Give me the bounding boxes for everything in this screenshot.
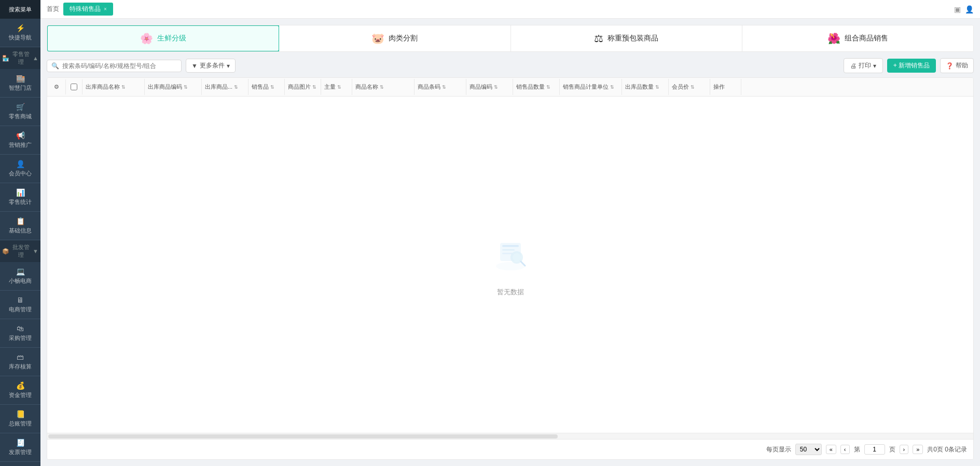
retail-stats-icon: 📊 xyxy=(16,188,25,197)
th-sales-qty: 销售品数量 ⇅ xyxy=(513,79,560,95)
page-suffix: 页 xyxy=(889,445,895,454)
sort-icon[interactable]: ⇅ xyxy=(610,85,614,90)
sidebar-item-ecommerce-mgmt[interactable]: 🖥 电商管理 xyxy=(0,291,40,319)
th-barcode: 商品条码 ⇅ xyxy=(415,79,466,95)
sort-icon[interactable]: ⇅ xyxy=(312,85,316,90)
settings-col-icon: ⚙ xyxy=(54,84,59,90)
th-label: 主量 xyxy=(324,83,336,91)
sidebar-section-wholesale[interactable]: 📦 批发管理 ▼ xyxy=(0,240,40,262)
add-product-button[interactable]: + 新增销售品 xyxy=(887,59,936,73)
sort-icon[interactable]: ⇅ xyxy=(121,85,126,90)
search-input[interactable] xyxy=(62,62,177,70)
th-outbound-name: 出库商品名称 ⇅ xyxy=(82,79,145,95)
th-settings[interactable]: ⚙ xyxy=(47,79,66,94)
sort-icon[interactable]: ⇅ xyxy=(234,85,238,90)
th-label: 销售品数量 xyxy=(516,83,545,91)
search-icon: 🔍 xyxy=(51,62,59,70)
sidebar-item-tax[interactable]: 📑 税务管理 xyxy=(0,462,40,466)
wholesale-icon: 📦 xyxy=(2,248,9,255)
sort-icon[interactable]: ⇅ xyxy=(380,85,384,90)
sidebar-item-smart-store[interactable]: 🏬 智慧门店 xyxy=(0,69,40,98)
last-page-button[interactable]: » xyxy=(913,445,923,454)
page-label: 第 xyxy=(854,445,860,454)
tab-label: 特殊销售品 xyxy=(70,5,101,13)
topbar-right: ▣ 👤 xyxy=(954,5,974,13)
sidebar-item-quick-nav[interactable]: ⚡ 快捷导航 xyxy=(0,19,40,47)
sort-icon[interactable]: ⇅ xyxy=(270,85,274,90)
print-button[interactable]: 🖨 打印 ▾ xyxy=(844,58,883,73)
total-info: 共0页 0条记录 xyxy=(927,445,967,454)
sidebar-item-invoice[interactable]: 🧾 发票管理 xyxy=(0,433,40,462)
sidebar-item-marketing[interactable]: 📢 营销推广 xyxy=(0,126,40,155)
horizontal-scrollbar[interactable] xyxy=(47,433,973,439)
finance-icon: 💰 xyxy=(16,381,25,390)
first-page-button[interactable]: « xyxy=(826,445,836,454)
sidebar-item-purchase[interactable]: 🛍 采购管理 xyxy=(0,319,40,348)
filter-icon: ▼ xyxy=(191,62,198,70)
basic-info-icon: 📋 xyxy=(16,217,25,225)
invoice-icon: 🧾 xyxy=(16,438,25,447)
sort-icon[interactable]: ⇅ xyxy=(494,85,498,90)
sidebar-item-retail-stats[interactable]: 📊 零售统计 xyxy=(0,183,40,212)
th-checkbox[interactable] xyxy=(66,79,82,94)
sort-icon[interactable]: ⇅ xyxy=(337,85,341,90)
main-content: 首页 特殊销售品 × ▣ 👤 🌸 生鲜分级 🐷 肉类分割 ⚖ 称重预包装商品 xyxy=(40,0,980,466)
sidebar-item-basic-info[interactable]: 📋 基础信息 xyxy=(0,212,40,240)
topbar-user-icon[interactable]: 👤 xyxy=(965,5,974,13)
th-member-price: 会员价 ⇅ xyxy=(669,79,710,95)
weigh-label: 称重预包装商品 xyxy=(608,34,658,43)
topbar-toggle-icon[interactable]: ▣ xyxy=(954,5,961,13)
sidebar-item-retail-mall[interactable]: 🛒 零售商城 xyxy=(0,98,40,126)
prev-page-button[interactable]: ‹ xyxy=(840,445,850,454)
help-label: 帮助 xyxy=(956,61,968,70)
home-breadcrumb[interactable]: 首页 xyxy=(47,5,59,13)
cat-tab-weigh[interactable]: ⚖ 称重预包装商品 xyxy=(511,25,742,51)
toolbar-left: 🔍 ▼ 更多条件 ▾ xyxy=(47,59,236,73)
print-icon: 🖨 xyxy=(850,62,857,70)
sidebar-item-general-ledger[interactable]: 📒 总账管理 xyxy=(0,405,40,433)
category-tabs: 🌸 生鲜分级 🐷 肉类分割 ⚖ 称重预包装商品 🌺 组合商品销售 xyxy=(47,25,974,52)
svg-point-0 xyxy=(496,262,525,270)
table-body-empty: 暂无数据 xyxy=(47,97,973,433)
meat-label: 肉类分割 xyxy=(389,34,418,43)
th-label: 销售品 xyxy=(252,83,269,91)
cat-tab-combo[interactable]: 🌺 组合商品销售 xyxy=(742,25,973,51)
th-label: 会员价 xyxy=(672,83,689,91)
cat-tab-meat[interactable]: 🐷 肉类分割 xyxy=(279,25,510,51)
svg-point-6 xyxy=(513,253,521,262)
meat-icon: 🐷 xyxy=(371,32,384,45)
next-page-button[interactable]: › xyxy=(900,445,909,454)
tab-close-icon[interactable]: × xyxy=(104,6,107,12)
sort-icon[interactable]: ⇅ xyxy=(691,85,695,90)
per-page-select[interactable]: 50 10 20 100 xyxy=(795,444,822,455)
th-label: 出库商品名称 xyxy=(86,83,120,91)
th-label: 出库商品编码 xyxy=(148,83,182,91)
sidebar-section-retail[interactable]: 🏪 零售管理 ▲ xyxy=(0,47,40,69)
th-product-code: 商品编码 ⇅ xyxy=(466,79,513,95)
retail-icon: 🏪 xyxy=(2,55,9,62)
sort-icon[interactable]: ⇅ xyxy=(655,85,659,90)
sidebar-item-finance[interactable]: 💰 资金管理 xyxy=(0,376,40,405)
filter-button[interactable]: ▼ 更多条件 ▾ xyxy=(186,59,236,73)
search-box[interactable]: 🔍 xyxy=(47,60,182,72)
sort-icon[interactable]: ⇅ xyxy=(546,85,550,90)
expand-icon: ▲ xyxy=(33,55,38,61)
sidebar-item-ecommerce-small[interactable]: 💻 小畅电商 xyxy=(0,262,40,291)
th-label: 商品编码 xyxy=(470,83,492,91)
per-page-label: 每页显示 xyxy=(766,445,791,454)
sidebar-item-inventory[interactable]: 🗃 库存核算 xyxy=(0,348,40,376)
sidebar-item-member[interactable]: 👤 会员中心 xyxy=(0,155,40,183)
sidebar-logo[interactable]: 搜索菜单 xyxy=(0,0,40,19)
page-number-input[interactable] xyxy=(864,444,885,455)
filter-label: 更多条件 xyxy=(200,61,225,70)
cat-tab-fresh[interactable]: 🌸 生鲜分级 xyxy=(47,25,280,52)
active-tab[interactable]: 特殊销售品 × xyxy=(63,3,113,16)
print-label: 打印 xyxy=(859,61,871,70)
help-icon: ❓ xyxy=(946,62,954,70)
help-button[interactable]: ❓ 帮助 xyxy=(940,58,974,73)
sort-icon[interactable]: ⇅ xyxy=(184,85,188,90)
scrollbar-thumb xyxy=(48,434,558,438)
select-all-checkbox[interactable] xyxy=(71,84,77,90)
sort-icon[interactable]: ⇅ xyxy=(442,85,446,90)
smart-store-icon: 🏬 xyxy=(16,74,25,83)
